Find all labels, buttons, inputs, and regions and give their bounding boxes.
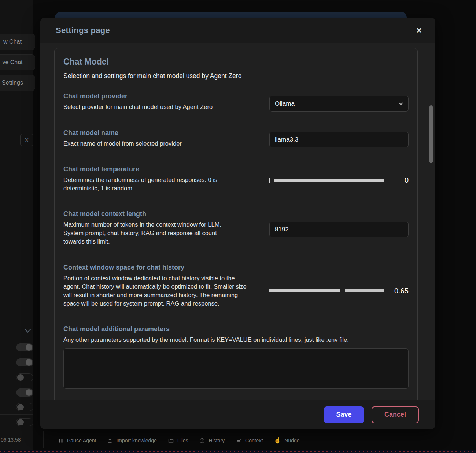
sidebar: w Chat ve Chat Settings X 06 13:58 — [0, 0, 33, 450]
field-title: Chat model name — [63, 129, 269, 137]
field-chat-model-temperature: Chat model temperature Determines the ra… — [63, 165, 409, 193]
context-icon — [236, 438, 242, 443]
modal-footer: Save Cancel — [40, 400, 435, 429]
toggle-switch[interactable] — [16, 403, 33, 411]
field-title: Context window space for chat history — [63, 263, 269, 271]
field-label: Chat model name Exact name of model from… — [63, 129, 269, 148]
modal-header: Settings page ✕ — [40, 18, 435, 43]
modal-body: Chat Model Selection and settings for ma… — [40, 44, 435, 400]
log-strip — [0, 450, 476, 453]
toggle-knob — [26, 344, 32, 351]
chat-model-section: Chat Model Selection and settings for ma… — [54, 48, 418, 400]
close-icon[interactable]: ✕ — [414, 25, 424, 36]
context-button[interactable]: Context — [236, 438, 263, 443]
sidebar-item-save-chat[interactable]: ve Chat — [0, 54, 35, 70]
slider-track-rest — [345, 289, 384, 292]
settings-modal: Settings page ✕ Chat Model Selection and… — [40, 18, 435, 429]
hand-icon: ☝ — [274, 438, 281, 443]
toggle-knob — [17, 404, 24, 410]
toggle-knob — [17, 419, 24, 425]
context-history-value: 0.65 — [384, 287, 409, 295]
history-button[interactable]: History — [199, 438, 225, 444]
field-description: Portion of context window dedicated to c… — [63, 274, 252, 308]
provider-select[interactable]: Ollama — [269, 96, 409, 112]
sidebar-toggle-row — [0, 415, 33, 430]
field-description: Determines the randomness of generated r… — [63, 176, 252, 193]
field-title: Chat model provider — [63, 92, 269, 100]
field-title: Chat model temperature — [63, 165, 269, 173]
sidebar-toggle-row — [0, 340, 33, 355]
bottom-toolbar: Pause Agent Import knowledge Files Histo… — [33, 433, 476, 448]
temperature-slider[interactable] — [269, 176, 384, 184]
toggle-knob — [26, 359, 32, 366]
field-description: Maximum number of tokens in the context … — [63, 220, 236, 246]
context-history-slider[interactable] — [269, 287, 384, 295]
page-title: Settings page — [56, 26, 110, 35]
sidebar-item-settings[interactable]: Settings — [0, 75, 35, 91]
field-label: Context window space for chat history Po… — [63, 263, 269, 308]
sidebar-toggle-row — [0, 400, 33, 415]
toolbar-item-label: Import knowledge — [116, 438, 157, 443]
field-control: 0 — [269, 165, 409, 193]
timestamp: 06 13:58 — [1, 437, 21, 443]
field-description: Any other parameters supported by the mo… — [63, 336, 409, 344]
files-button[interactable]: Files — [168, 438, 188, 443]
toggle-switch[interactable] — [16, 388, 33, 397]
slider-track-filled — [269, 289, 340, 292]
additional-params-textarea[interactable] — [63, 348, 409, 389]
toolbar-item-label: History — [209, 438, 225, 443]
sidebar-divider — [0, 132, 33, 132]
toolbar-item-label: Nudge — [284, 438, 299, 443]
import-knowledge-button[interactable]: Import knowledge — [107, 438, 157, 443]
field-label: Chat model context length Maximum number… — [63, 210, 269, 246]
nudge-button[interactable]: ☝ Nudge — [274, 438, 299, 443]
toggle-switch[interactable] — [16, 373, 33, 381]
toggle-knob — [17, 374, 24, 381]
sidebar-toggle-row — [0, 355, 33, 370]
section-title: Chat Model — [63, 56, 409, 67]
slider-track — [274, 179, 384, 182]
sidebar-toggle-row — [0, 385, 33, 400]
field-chat-model-name: Chat model name Exact name of model from… — [63, 129, 409, 148]
toggle-switch[interactable] — [16, 358, 33, 366]
field-control — [269, 210, 409, 246]
toolbar-item-label: Pause Agent — [67, 438, 96, 443]
field-label: Chat model temperature Determines the ra… — [63, 165, 269, 193]
clock-icon — [199, 438, 205, 444]
pause-agent-button[interactable]: Pause Agent — [58, 438, 96, 443]
upload-icon — [107, 438, 113, 443]
field-control: Ollama — [269, 92, 409, 112]
sidebar-close-button[interactable]: X — [20, 134, 33, 146]
field-control — [269, 129, 409, 148]
sidebar-toggle-row — [0, 370, 33, 385]
toggle-switch[interactable] — [16, 343, 33, 351]
toolbar-item-label: Files — [177, 438, 188, 443]
field-label: Chat model provider Select provider for … — [63, 92, 269, 112]
field-description: Select provider for main chat model used… — [63, 103, 252, 111]
toolbar-item-label: Context — [245, 438, 263, 443]
provider-select-value: Ollama — [275, 100, 295, 107]
temperature-value: 0 — [384, 176, 409, 185]
pause-icon — [58, 438, 64, 443]
cancel-button[interactable]: Cancel — [372, 406, 419, 423]
context-history-slider-row: 0.65 — [269, 287, 409, 295]
model-name-input[interactable] — [269, 132, 409, 147]
folder-icon — [168, 438, 174, 443]
toggle-knob — [26, 389, 32, 396]
modal-scrollbar[interactable] — [429, 105, 433, 163]
temperature-slider-row: 0 — [269, 176, 409, 184]
chevron-down-icon[interactable] — [24, 326, 31, 332]
slider-thumb[interactable] — [269, 178, 270, 183]
context-length-input[interactable] — [269, 222, 409, 237]
save-button[interactable]: Save — [324, 406, 364, 423]
toggle-switch[interactable] — [16, 418, 33, 426]
field-title: Chat model additional parameters — [63, 325, 409, 333]
section-subtitle: Selection and settings for main chat mod… — [63, 72, 409, 80]
field-additional-parameters: Chat model additional parameters Any oth… — [63, 325, 409, 390]
sidebar-item-new-chat[interactable]: w Chat — [0, 34, 35, 50]
field-title: Chat model context length — [63, 210, 269, 218]
chevron-down-icon — [399, 101, 403, 105]
field-control: 0.65 — [269, 263, 409, 308]
field-description: Exact name of model from selected provid… — [63, 139, 252, 148]
field-context-window-space: Context window space for chat history Po… — [63, 263, 409, 308]
